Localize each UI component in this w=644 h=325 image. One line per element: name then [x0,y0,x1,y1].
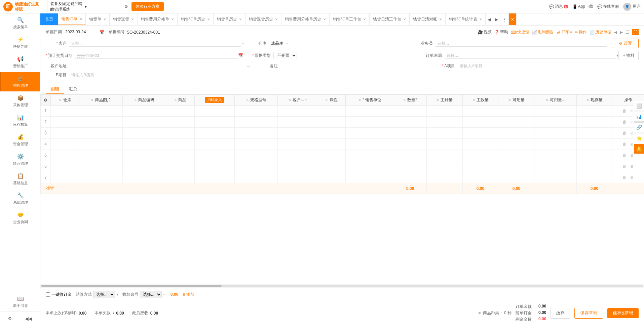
profit-btn[interactable]: 📈 毛利预告 [532,29,554,35]
fullscreen-icon[interactable]: ⛶ [632,29,639,35]
invoice-type-select[interactable]: 不开票 [273,52,297,59]
tab-cash-reconcile[interactable]: 钱货日清对账 ✕ [410,13,446,25]
nav-prev-icon[interactable]: ◀ [614,30,617,35]
tab-close-icon[interactable]: ✕ [79,17,82,21]
sidebar-item-marketing[interactable]: 📢 营销推广 [0,52,40,72]
tab-sales-refund[interactable]: 销货退货 ✕ [110,13,138,25]
sidebar-item-purchase[interactable]: 📦 采购管理 [0,91,40,111]
sidebar-item-basic-info[interactable]: 📋 基础信息 [0,169,40,189]
tab-prev-btn[interactable]: ◀ [486,13,493,25]
row-sales-unit[interactable] [346,106,394,117]
payment-method-select[interactable]: 选择... [93,291,115,298]
rfp-btn-1[interactable]: ⬜ [634,101,644,111]
sidebar-item-system[interactable]: 🔧 系统管理 [0,189,40,208]
a-project-input[interactable] [458,63,639,69]
row-available-more[interactable] [534,106,576,117]
tab-close-icon[interactable]: ✕ [363,17,366,21]
row-main-unit[interactable] [426,106,462,117]
sidebar-item-finance[interactable]: 💰 资金管理 [0,130,40,150]
delete-row-icon[interactable]: 🗑 [621,152,628,159]
view-btn[interactable]: 🎥 视频 [478,29,492,35]
salesman-more-icon[interactable]: ··· [608,41,612,46]
tab-detail[interactable]: 明细 [46,85,64,94]
delete-row-icon[interactable]: 🗑 [621,141,628,148]
table-gear-icon[interactable]: ⚙ [44,98,47,103]
goods-count-icon[interactable]: ⊕ [478,311,482,315]
rfp-btn-4[interactable]: ⭐ [634,133,644,143]
history-btn[interactable]: 📄 历史单据 [590,29,611,35]
print-btn[interactable]: 🖨 打印 ▾ [557,29,572,35]
calendar-icon[interactable]: 📅 [100,30,105,35]
warehouse-more-icon[interactable]: ··· [285,41,288,46]
col-gear[interactable]: ⚙ [41,95,51,106]
tab-summary[interactable]: 汇总 [64,85,82,94]
tab-close-icon[interactable]: ✕ [275,17,278,21]
tab-sales-fee-history[interactable]: 销售费用分摊单历史 ✕ [281,13,330,25]
collapse-icon[interactable]: ◀◀ [25,316,32,321]
tab-sales-summary[interactable]: 销售订单统计表 ✕ [446,13,486,25]
sidebar-item-inventory[interactable]: 📊 库存核算 [0,111,40,130]
copy-row-icon[interactable]: ⊕ [629,174,635,181]
tab-close-icon[interactable]: ✕ [403,17,406,21]
row-qty2[interactable] [394,106,426,117]
tab-sales-order-history[interactable]: 销售订单历史 ✕ [178,13,214,25]
rfp-btn-5[interactable]: 🔔 [634,144,644,154]
sidebar-item-search[interactable]: 🔍 搜索菜单 [0,13,40,33]
sidebar-item-cooperation[interactable]: 🤝 企业协同 [0,208,40,228]
customer-more-icon[interactable]: ··· [242,41,245,46]
row-spec[interactable] [234,106,278,117]
salesman-input[interactable] [435,40,607,47]
row-product-img[interactable] [79,106,122,117]
address-input[interactable] [69,63,245,69]
remarks-input[interactable] [280,63,427,69]
row-product[interactable] [166,106,194,117]
row-warehouse[interactable] [51,106,79,117]
copy-row-icon[interactable]: ⊕ [629,163,635,170]
tab-close-all-btn[interactable]: ✕ [509,13,517,25]
save-draft-button[interactable]: 保存草稿 [574,308,603,319]
expand-icon[interactable]: ☰ [626,30,629,35]
account-more-icon[interactable]: ··· [163,292,166,297]
tab-home[interactable]: 首页 [40,13,58,25]
shortcut-btn[interactable]: ⌨ 快捷键 [511,29,529,35]
rfp-btn-3[interactable]: 🔗 [634,122,644,132]
system-selector[interactable]: 装备及固定资产辅助管理系统 ▾ [47,0,121,14]
row-stock[interactable] [576,106,612,117]
row-main-qty[interactable] [462,106,498,117]
tab-sales-order[interactable]: 销售订单 ✕ [58,13,86,25]
tab-close-icon[interactable]: ✕ [103,17,106,21]
tab-close-icon[interactable]: ✕ [239,17,242,21]
tab-sales-returns[interactable]: 销货单 ✕ [86,13,110,25]
add-payment-button[interactable]: ⊕ 添加 [182,292,194,297]
address-more-icon[interactable]: ··· [247,64,250,69]
user-menu[interactable]: 👤 用户 [623,3,641,11]
tab-close-icon[interactable]: ✕ [171,17,174,21]
tab-sales-invoice-history[interactable]: 销货单历史 ✕ [214,13,245,25]
operation-btn[interactable]: ✏ 操作 [575,29,587,35]
tab-sales-refund-history[interactable]: 销货退货历史 ✕ [245,13,281,25]
b-project-input[interactable] [69,72,639,78]
order-source-input[interactable] [445,52,616,59]
message-icon[interactable]: 💬 消息 8 [549,4,568,9]
help-btn[interactable]: ❓ 帮助 [494,29,508,35]
tab-close-icon[interactable]: ✕ [479,17,482,21]
tab-close-icon[interactable]: ✕ [207,17,210,21]
tab-cash-daily[interactable]: 钱货日清工作台 ✕ [370,13,410,25]
delete-row-icon[interactable]: 🗑 [621,108,628,114]
discard-button[interactable]: 放弃 [550,308,570,319]
nav-next-icon[interactable]: ▶ [620,30,623,35]
settings-button[interactable]: ⚙ 设置 [612,39,639,48]
save-new-button[interactable]: 保存&新增 [607,308,639,318]
delete-row-icon[interactable]: 🗑 [621,163,628,170]
row-customer-code[interactable] [278,106,317,117]
tab-more-btn[interactable]: ⋮ [500,13,509,25]
tab-close-icon[interactable]: ✕ [439,17,442,21]
expected-date-input[interactable] [75,52,238,59]
one-click-checkout-checkbox[interactable] [46,292,50,297]
scan-button[interactable]: 扫码录入 [205,97,224,103]
tab-sales-order-workbench[interactable]: 销售订单工作台 ✕ [330,13,370,25]
row-available[interactable] [498,106,534,117]
app-download-link[interactable]: 📱 App下载 [572,4,593,9]
sidebar-item-quick-nav[interactable]: ⚡ 快捷导航 [0,33,40,52]
account-select[interactable]: 选择... [140,291,162,298]
